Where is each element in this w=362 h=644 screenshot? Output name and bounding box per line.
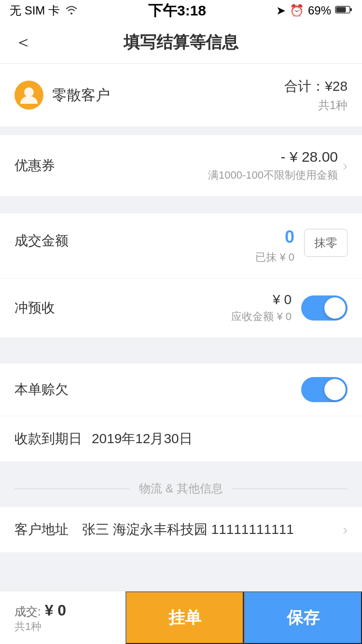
status-left: 无 SIM 卡 [10,3,78,18]
save-button[interactable]: 保存 [244,591,362,644]
prepay-toggle[interactable] [301,295,348,321]
nav-title: 填写结算等信息 [124,31,238,54]
battery-icon [335,4,352,17]
coupon-card: 优惠券 - ¥ 28.00 满1000-100不限制使用金额 › [0,135,362,196]
address-row[interactable]: 客户地址 张三 海淀永丰科技园 11111111111 › [0,507,362,552]
customer-name: 零散客户 [52,85,110,105]
total-amount: 合计：¥28 [284,77,348,96]
status-bar: 无 SIM 卡 下午3:18 ➤ ⏰ 69% [0,0,362,21]
svg-rect-2 [336,7,346,13]
coupon-discount: - ¥ 28.00 [208,149,338,165]
deal-amount-sub: 已抹 ¥ 0 [255,250,294,265]
debt-toggle-knob [324,379,346,400]
prepay-info: ¥ 0 应收金额 ¥ 0 [231,292,292,324]
section-divider-1 [0,205,362,213]
logistics-label: 物流 & 其他信息 [139,481,223,496]
bottom-deal-amount: ¥ 0 [45,602,66,619]
customer-right: 合计：¥28 共1种 [284,77,348,113]
bottom-bar: 成交: ¥ 0 共1种 挂单 保存 [0,591,362,644]
prepay-amount: ¥ 0 [231,292,292,308]
bottom-left: 成交: ¥ 0 共1种 [0,591,125,644]
debt-row: 本单赊欠 [0,364,362,416]
battery-text: 69% [308,4,331,17]
coupon-label: 优惠券 [14,156,55,175]
coupon-info: - ¥ 28.00 满1000-100不限制使用金额 [208,149,338,182]
deal-amount-right: 0 已抹 ¥ 0 抹零 [255,227,348,265]
divider-line-left [14,489,129,489]
address-chevron-icon: › [343,521,348,538]
round-button[interactable]: 抹零 [304,229,348,257]
prepay-section: 冲预收 ¥ 0 应收金额 ¥ 0 [0,278,362,337]
deal-amount-row: 成交金额 0 已抹 ¥ 0 抹零 [14,227,348,265]
coupon-chevron-icon: › [343,157,348,174]
status-right: ➤ ⏰ 69% [276,4,352,17]
status-time: 下午3:18 [148,1,206,21]
deal-amount-section: 成交金额 0 已抹 ¥ 0 抹零 [0,213,362,278]
prepay-row: 冲预收 ¥ 0 应收金额 ¥ 0 [14,279,348,337]
divider-line-right [233,489,348,489]
address-card: 客户地址 张三 海淀永丰科技园 11111111111 › [0,507,362,552]
total-count: 共1种 [284,98,348,113]
debt-label: 本单赊欠 [14,380,69,399]
svg-rect-1 [350,8,352,11]
avatar [14,81,43,110]
back-button[interactable]: ＜ [14,30,32,54]
debt-toggle[interactable] [301,377,348,402]
prepay-label: 冲预收 [14,299,55,317]
prepay-right: ¥ 0 应收金额 ¥ 0 [231,292,348,324]
deal-amount-value-wrap: 0 已抹 ¥ 0 [255,227,294,265]
coupon-desc: 满1000-100不限制使用金额 [208,168,338,182]
customer-card: 零散客户 合计：¥28 共1种 [0,64,362,126]
deal-amount-value: 0 [255,227,294,247]
bottom-deal-count: 共1种 [14,619,111,634]
location-icon: ➤ [276,4,286,17]
carrier-text: 无 SIM 卡 [10,3,60,18]
toggle-knob [324,297,346,319]
address-label: 客户地址 [14,520,72,539]
customer-row: 零散客户 合计：¥28 共1种 [0,64,362,126]
coupon-right: - ¥ 28.00 满1000-100不限制使用金额 › [208,149,348,182]
customer-left: 零散客户 [14,81,110,110]
content-area: 零散客户 合计：¥28 共1种 优惠券 - ¥ 28.00 满1000-100不… [0,64,362,644]
address-value: 张三 海淀永丰科技园 11111111111 [82,520,338,539]
section-divider-2 [0,346,362,355]
wifi-icon [65,4,78,17]
due-date-label: 收款到期日 [14,430,82,448]
svg-point-3 [24,87,34,97]
hold-button[interactable]: 挂单 [125,591,244,644]
bottom-deal-label: 成交: [14,604,41,619]
debt-card: 本单赊欠 收款到期日 2019年12月30日 [0,364,362,462]
coupon-row[interactable]: 优惠券 - ¥ 28.00 满1000-100不限制使用金额 › [0,135,362,196]
deal-amount-label: 成交金额 [14,227,69,250]
due-date-row: 收款到期日 2019年12月30日 [0,416,362,462]
prepay-sub: 应收金额 ¥ 0 [231,309,292,324]
deal-prepay-card: 成交金额 0 已抹 ¥ 0 抹零 冲预收 ¥ 0 应收金额 ¥ 0 [0,213,362,337]
nav-bar: ＜ 填写结算等信息 [0,21,362,64]
due-date-value: 2019年12月30日 [92,430,193,448]
alarm-icon: ⏰ [290,4,304,17]
logistics-divider: 物流 & 其他信息 [0,470,362,507]
